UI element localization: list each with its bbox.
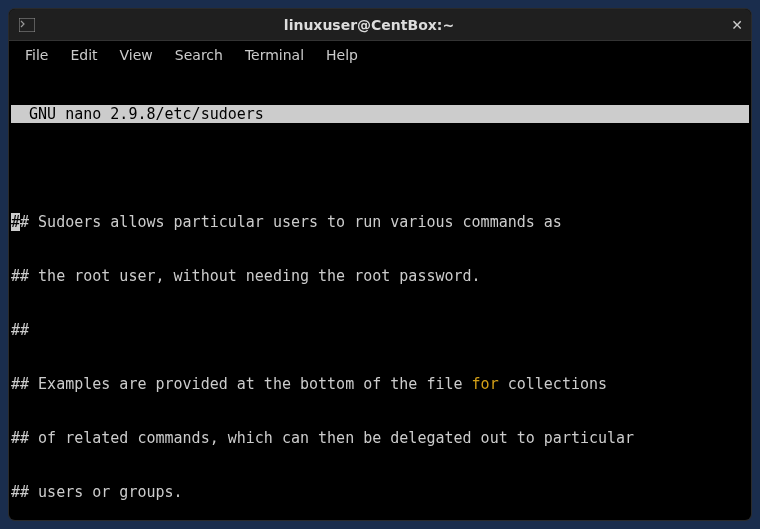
menu-search[interactable]: Search	[165, 44, 233, 66]
titlebar: linuxuser@CentBox:~ ✕	[9, 9, 751, 41]
editor-line: ## the root user, without needing the ro…	[11, 267, 749, 285]
terminal-content[interactable]: GNU nano 2.9.8/etc/sudoers ## Sudoers al…	[9, 69, 751, 520]
editor-line: ##	[11, 321, 749, 339]
window-title: linuxuser@CentBox:~	[37, 17, 701, 33]
editor-line: ## of related commands, which can then b…	[11, 429, 749, 447]
editor-line: ## users or groups.	[11, 483, 749, 501]
editor-line: ## Examples are provided at the bottom o…	[11, 375, 749, 393]
menu-edit[interactable]: Edit	[60, 44, 107, 66]
editor-line: ## Sudoers allows particular users to ru…	[11, 213, 749, 231]
menu-view[interactable]: View	[110, 44, 163, 66]
svg-rect-0	[19, 18, 35, 32]
terminal-window: linuxuser@CentBox:~ ✕ File Edit View Sea…	[9, 9, 751, 520]
menubar: File Edit View Search Terminal Help	[9, 41, 751, 69]
menu-file[interactable]: File	[15, 44, 58, 66]
nano-header: GNU nano 2.9.8/etc/sudoers	[11, 105, 749, 123]
menu-help[interactable]: Help	[316, 44, 368, 66]
editor-line	[11, 159, 749, 177]
terminal-icon	[17, 15, 37, 35]
close-button[interactable]: ✕	[727, 15, 747, 35]
menu-terminal[interactable]: Terminal	[235, 44, 314, 66]
